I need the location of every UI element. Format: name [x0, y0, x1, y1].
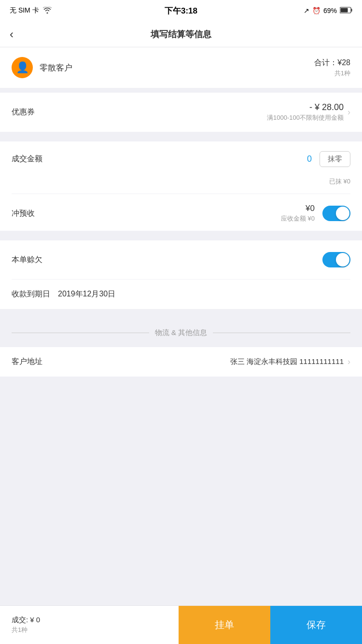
customer-row: 👤 零散客户 合计：¥28 共1种 [0, 47, 362, 88]
customer-right: 合计：¥28 共1种 [314, 58, 350, 78]
battery-icon [340, 7, 352, 15]
customer-section: 👤 零散客户 合计：¥28 共1种 [0, 47, 362, 88]
precharge-amounts: ¥0 应收金额 ¥0 [281, 204, 315, 223]
battery-text: 69% [323, 7, 337, 14]
debt-section: 本单赊欠 收款到期日 2019年12月30日 [0, 240, 362, 309]
customer-left: 👤 零散客户 [12, 57, 72, 78]
customer-count: 共1种 [314, 69, 350, 78]
nav-bar: ‹ 填写结算等信息 [0, 21, 362, 47]
customer-avatar: 👤 [12, 57, 33, 78]
address-label: 客户地址 [12, 357, 42, 367]
precharge-receivable: 应收金额 ¥0 [281, 214, 315, 223]
bottom-info: 成交: ¥ 0 共1种 [0, 616, 179, 634]
bottom-deal-text: 成交: ¥ 0 [12, 616, 167, 625]
status-right: ↗ ⏰ 69% [304, 7, 352, 15]
toggle-knob-debt [336, 253, 349, 266]
address-value: 张三 海淀永丰科技园 11111111111 [52, 357, 344, 366]
logistics-line-left [12, 333, 149, 333]
section-separator-3 [0, 314, 362, 319]
coupon-discount: - ¥ 28.00 [267, 102, 344, 112]
svg-rect-1 [351, 9, 352, 12]
hold-button[interactable]: 挂单 [179, 606, 270, 644]
coupon-row[interactable]: 优惠券 - ¥ 28.00 满1000-100不限制使用金额 › [0, 93, 362, 132]
customer-name: 零散客户 [40, 62, 72, 73]
deal-amount-subrow: 已抹 ¥0 [0, 177, 362, 194]
precharge-toggle[interactable] [322, 206, 350, 221]
wifi-icon [43, 7, 52, 15]
location-icon: ↗ [304, 7, 309, 14]
chevron-right-icon: › [348, 107, 350, 117]
debt-label: 本单赊欠 [12, 255, 42, 265]
status-bar: 无 SIM 卡 下午3:18 ↗ ⏰ 69% [0, 0, 362, 21]
deal-amount-right: 0 抹零 [297, 151, 350, 167]
status-left: 无 SIM 卡 [10, 6, 52, 15]
save-button-label: 保存 [306, 618, 326, 631]
duedate-row: 收款到期日 2019年12月30日 [0, 280, 362, 309]
address-section: 客户地址 张三 海淀永丰科技园 11111111111 › [0, 347, 362, 377]
debt-row: 本单赊欠 [0, 240, 362, 279]
address-row[interactable]: 客户地址 张三 海淀永丰科技园 11111111111 › [0, 347, 362, 377]
status-time: 下午3:18 [165, 5, 197, 16]
deal-amount-row: 成交金额 0 抹零 [0, 141, 362, 177]
carrier-text: 无 SIM 卡 [10, 6, 39, 15]
bottom-count: 共1种 [12, 626, 167, 634]
coupon-description: 满1000-100不限制使用金额 [267, 113, 344, 122]
bottom-bar: 成交: ¥ 0 共1种 挂单 保存 [0, 605, 362, 644]
coupon-info: - ¥ 28.00 满1000-100不限制使用金额 [267, 102, 344, 122]
precharge-label: 冲预收 [12, 209, 35, 219]
deal-amount-sub: 已抹 ¥0 [329, 178, 350, 185]
deal-amount-label: 成交金额 [12, 154, 42, 164]
logistics-header: 物流 & 其他信息 [0, 319, 362, 347]
coupon-right: - ¥ 28.00 满1000-100不限制使用金额 › [267, 102, 350, 122]
precharge-row: 冲预收 ¥0 应收金额 ¥0 [0, 194, 362, 231]
duedate-value: 2019年12月30日 [58, 289, 115, 299]
coupon-section: 优惠券 - ¥ 28.00 满1000-100不限制使用金额 › [0, 93, 362, 132]
deal-amount-section: 成交金额 0 抹零 已抹 ¥0 冲预收 ¥0 应收金额 ¥0 [0, 141, 362, 231]
debt-toggle[interactable] [322, 252, 350, 267]
section-separator-1 [0, 137, 362, 141]
customer-total: 合计：¥28 [314, 58, 350, 68]
section-separator-2 [0, 236, 362, 240]
hold-button-label: 挂单 [215, 618, 234, 631]
page-title: 填写结算等信息 [151, 28, 211, 40]
logistics-line-right [213, 333, 350, 333]
precharge-right: ¥0 应收金额 ¥0 [281, 204, 350, 223]
duedate-label: 收款到期日 [12, 289, 50, 299]
save-button[interactable]: 保存 [270, 606, 362, 644]
bottom-deal-label: 成交: [12, 616, 28, 624]
logistics-text: 物流 & 其他信息 [155, 328, 207, 337]
alarm-icon: ⏰ [312, 7, 320, 14]
precharge-amount: ¥0 [281, 204, 315, 213]
bottom-spacer [0, 381, 362, 430]
address-chevron-icon: › [348, 357, 350, 367]
deal-amount-value: 0 [297, 154, 312, 164]
avatar-icon: 👤 [16, 61, 29, 74]
coupon-label: 优惠券 [12, 107, 35, 117]
toggle-knob-precharge [336, 207, 349, 220]
bottom-deal-amount: ¥ 0 [30, 616, 40, 624]
svg-rect-2 [341, 8, 348, 12]
round-zero-button[interactable]: 抹零 [320, 151, 350, 167]
back-button[interactable]: ‹ [10, 28, 14, 41]
